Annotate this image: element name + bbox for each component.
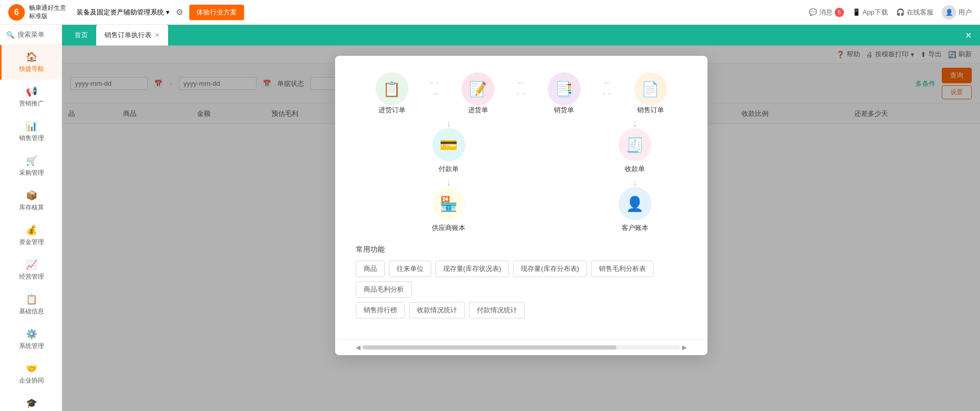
common-btn-group-2: 销售排行榜 收款情况统计 付款情况统计 (356, 302, 687, 318)
receipt-label: 收款单 (625, 164, 645, 174)
btn-sales-profit[interactable]: 销售毛利分析表 (591, 261, 654, 277)
sales-bill-label: 销货单 (554, 105, 574, 115)
btn-stock-dist[interactable]: 现存量(库存分布表) (513, 261, 587, 277)
newbie-icon: 🎓 (26, 398, 37, 409)
btn-product[interactable]: 商品 (356, 261, 385, 277)
inventory-icon: 📦 (26, 190, 37, 201)
basic-icon: 📋 (26, 294, 37, 305)
settings-button[interactable]: ⚙ (176, 7, 183, 17)
sidebar-item-operations[interactable]: 📈 经营管理 (0, 253, 62, 287)
header-actions: 💬 消息 5 📱 App下载 🎧 在线客服 👤 用户 (809, 5, 972, 20)
quick-nav-modal: 📋 进货订单 - - → 📝 进货单 (335, 56, 707, 355)
message-badge: 5 (835, 8, 844, 17)
btn-product-profit[interactable]: 商品毛利分析 (356, 281, 412, 298)
top-header: 6 畅康通好生意 标准版 装备及固定资产辅助管理系统 ▾ ⚙ 体验行业方案 💬 … (0, 0, 980, 25)
arrow-left-2: ← - - (600, 78, 614, 99)
sidebar: 🔍 搜索菜单 🏠 快捷导航 📢 营销推广 📊 销售管理 🛒 采购管理 📦 库存核… (0, 25, 62, 411)
purchase-order-label: 进货订单 (379, 105, 405, 115)
purchase-icon: 🛒 (26, 155, 37, 166)
purchase-bill-icon: 📝 (461, 72, 494, 105)
page-area: ❓ 帮助 🖨 按模板打印 ▾ ⬆ 导出 🔄 刷新 (62, 45, 980, 411)
dropdown-arrow-icon: ▾ (166, 8, 170, 16)
scroll-left-icon[interactable]: ◀ (356, 344, 360, 351)
sidebar-item-quick[interactable]: 🏠 快捷导航 (0, 45, 62, 80)
avatar-icon: 👤 (942, 5, 956, 20)
home-icon: 🏠 (26, 51, 37, 63)
btn-receipt-stats[interactable]: 收款情况统计 (409, 302, 465, 318)
flow-item-sales-order[interactable]: 📄 销售订单 (614, 72, 687, 115)
sidebar-item-finance[interactable]: 💰 资金管理 (0, 218, 62, 253)
arrow-left-1: ← - - (514, 78, 528, 99)
sales-icon: 📊 (26, 120, 37, 132)
supplier-ledger-icon: 🏪 (432, 187, 465, 220)
collab-icon: 🤝 (26, 363, 37, 374)
scroll-thumb[interactable] (363, 345, 616, 349)
trial-button[interactable]: 体验行业方案 (189, 5, 244, 20)
app-icon: 📱 (852, 8, 861, 16)
btn-payment-stats[interactable]: 付款情况统计 (469, 302, 525, 318)
sales-bill-icon: 📑 (548, 72, 581, 105)
common-functions: 常用功能 商品 往来单位 现存量(库存状况表) 现存量(库存分布表) 销售毛利分… (356, 245, 687, 318)
btn-partner[interactable]: 往来单位 (389, 261, 431, 277)
supplier-ledger-label: 供应商账本 (432, 223, 465, 233)
operations-icon: 📈 (26, 259, 37, 270)
system-title: 装备及固定资产辅助管理系统 (77, 8, 164, 17)
message-button[interactable]: 💬 消息 5 (809, 8, 844, 17)
online-service-button[interactable]: 🎧 在线客服 (896, 8, 933, 17)
tab-close-icon[interactable]: ✕ (155, 32, 160, 39)
user-avatar[interactable]: 👤 用户 (942, 5, 972, 20)
modal-body: 📋 进货订单 - - → 📝 进货单 (335, 56, 707, 339)
logo-icon: 6 (8, 4, 25, 21)
sidebar-item-inventory[interactable]: 📦 库存核算 (0, 184, 62, 218)
sidebar-item-system[interactable]: ⚙️ 系统管理 (0, 322, 62, 357)
common-btn-group-1: 商品 往来单位 现存量(库存状况表) 现存量(库存分布表) 销售毛利分析表 商品… (356, 261, 687, 298)
tab-home[interactable]: 首页 (66, 25, 96, 45)
message-icon: 💬 (809, 8, 817, 16)
scroll-right-icon[interactable]: ▶ (682, 344, 687, 351)
sidebar-search[interactable]: 🔍 搜索菜单 (0, 25, 62, 45)
logo-text: 畅康通好生意 标准版 (29, 4, 66, 20)
customer-ledger-label: 客户账本 (622, 223, 649, 233)
service-icon: 🎧 (896, 8, 904, 16)
common-title: 常用功能 (356, 245, 687, 254)
flow-item-purchase-order[interactable]: 📋 进货订单 (356, 72, 428, 115)
arrow-down-customer: ↓ (632, 178, 637, 187)
finance-icon: 💰 (26, 224, 37, 236)
system-icon: ⚙️ (26, 328, 37, 340)
sidebar-item-newbie[interactable]: 🎓 新手引导 (0, 391, 62, 411)
sidebar-item-marketing[interactable]: 📢 营销推广 (0, 80, 62, 114)
tab-sales-order[interactable]: 销售订单执行表 ✕ (96, 25, 168, 45)
app-download-button[interactable]: 📱 App下载 (852, 8, 888, 17)
flow-item-sales-bill[interactable]: 📑 销货单 (528, 72, 600, 115)
customer-ledger-icon: 👤 (619, 187, 652, 220)
modal-scrollbar-area: ◀ ▶ (335, 339, 707, 355)
sidebar-item-collab[interactable]: 🤝 企业协同 (0, 357, 62, 391)
arrow-down-receipt: ↓ (632, 119, 637, 128)
main-layout: 🔍 搜索菜单 🏠 快捷导航 📢 营销推广 📊 销售管理 🛒 采购管理 📦 库存核… (0, 25, 980, 411)
purchase-order-icon: 📋 (375, 72, 409, 105)
scroll-arrows: ◀ ▶ (356, 344, 687, 351)
logo-area: 6 畅康通好生意 标准版 (8, 4, 70, 21)
payment-label: 付款单 (439, 164, 459, 174)
modal-overlay: 📋 进货订单 - - → 📝 进货单 (62, 45, 980, 411)
tab-bar: 首页 销售订单执行表 ✕ ✕ (62, 25, 980, 45)
marketing-icon: 📢 (26, 86, 37, 97)
scroll-track (363, 345, 680, 349)
tab-bar-close-icon[interactable]: ✕ (961, 31, 976, 40)
sidebar-item-sales[interactable]: 📊 销售管理 (0, 114, 62, 149)
sidebar-item-purchase[interactable]: 🛒 采购管理 (0, 149, 62, 184)
payment-icon: 💳 (432, 128, 465, 161)
search-icon: 🔍 (6, 31, 14, 39)
btn-sales-rank[interactable]: 销售排行榜 (356, 302, 405, 318)
btn-stock-status[interactable]: 现存量(库存状况表) (435, 261, 509, 277)
system-title-dropdown[interactable]: 装备及固定资产辅助管理系统 ▾ (77, 8, 170, 17)
receipt-icon: 🧾 (619, 128, 652, 161)
sales-order-label: 销售订单 (637, 105, 664, 115)
arrow-right-1: - - → (428, 78, 442, 99)
flow-item-purchase-bill[interactable]: 📝 进货单 (442, 72, 514, 115)
sidebar-item-basic[interactable]: 📋 基础信息 (0, 287, 62, 322)
arrow-down-payment: ↓ (446, 119, 451, 128)
sales-order-icon: 📄 (634, 72, 667, 105)
arrow-down-supplier: ↓ (446, 178, 451, 187)
purchase-bill-label: 进货单 (468, 105, 488, 115)
